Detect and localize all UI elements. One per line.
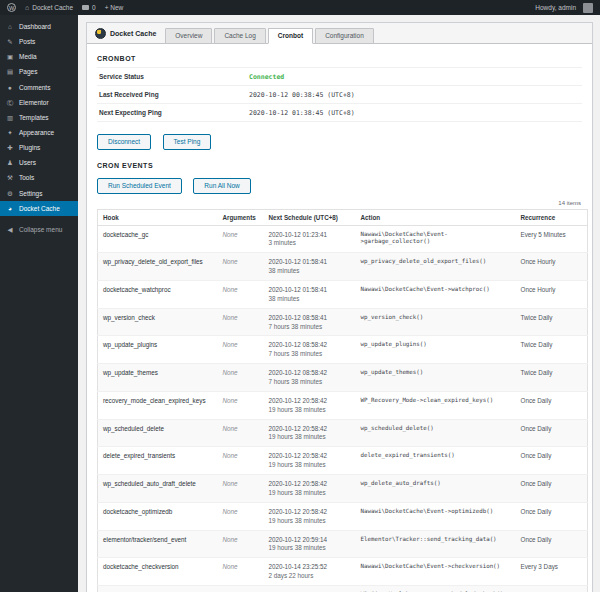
table-row: docketcache_optimizedb None 2020-10-12 2… — [98, 502, 588, 530]
hook-cell: wp_scheduled_delete — [98, 419, 218, 447]
sidebar-item-templates[interactable]: ▥ Templates — [0, 110, 78, 125]
table-row: docketcache_checkversion None 2020-10-14… — [98, 558, 588, 586]
sidebar-item-appearance[interactable]: ✦ Appearance — [0, 125, 78, 140]
sidebar-item-tools[interactable]: ⚒ Tools — [0, 170, 78, 185]
sidebar-item-label: Plugins — [19, 144, 40, 151]
table-row: wp_privacy_delete_old_export_files None … — [98, 253, 588, 281]
docket-cache-icon: ◕ — [6, 205, 14, 212]
cron-events-table: Hook Arguments Next Schedule (UTC+8) Act… — [97, 209, 588, 592]
recurrence-cell: Once Daily — [516, 530, 588, 558]
table-row: recovery_mode_clean_expired_keys None 20… — [98, 391, 588, 419]
tab-configuration[interactable]: Configuration — [315, 28, 374, 45]
sidebar-item-label: Docket Cache — [19, 205, 60, 212]
recurrence-cell: Once Daily — [516, 475, 588, 503]
comments-bubble-icon — [82, 5, 89, 10]
sidebar-item-dashboard[interactable]: ⌂ Dashboard — [0, 19, 78, 34]
sidebar-item-label: Pages — [19, 68, 37, 75]
tab-cache-log[interactable]: Cache Log — [214, 28, 265, 45]
service-status-row: Service Status Connected — [97, 68, 582, 86]
tab-cronbot[interactable]: Cronbot — [268, 28, 313, 45]
new-content-menu[interactable]: + New — [105, 4, 124, 11]
arguments-cell: None — [218, 419, 264, 447]
arguments-cell: None — [218, 585, 264, 592]
schedule-date: 2020-10-12 20:58:42 — [269, 397, 351, 405]
table-row: elementor/tracker/send_event None 2020-1… — [98, 530, 588, 558]
last-ping-row: Last Received Ping 2020-10-12 00:38:45 (… — [97, 86, 582, 104]
arguments-cell: None — [218, 502, 264, 530]
schedule-date: 2020-10-12 01:23:41 — [269, 231, 351, 239]
sidebar-item-settings[interactable]: ⚙ Settings — [0, 186, 78, 201]
sidebar-item-docket-cache[interactable]: ◕ Docket Cache — [0, 201, 78, 216]
tab-overview[interactable]: Overview — [165, 28, 212, 45]
docket-cache-logo — [95, 28, 106, 39]
sidebar-item-posts[interactable]: ✎ Posts — [0, 34, 78, 49]
schedule-relative: 7 hours 38 minutes — [269, 350, 351, 358]
recurrence-column-header: Recurrence — [516, 209, 588, 225]
sidebar-item-label: Dashboard — [19, 23, 51, 30]
posts-icon: ✎ — [6, 38, 14, 45]
action-cell: WP_Site_Health->wp_cron_scheduled_check(… — [356, 585, 516, 592]
schedule-date: 2020-10-12 20:58:42 — [269, 425, 351, 433]
templates-icon: ▥ — [6, 114, 14, 121]
sidebar-item-elementor[interactable]: Ⓔ Elementor — [0, 95, 78, 110]
sidebar-item-pages[interactable]: ▤ Pages — [0, 64, 78, 79]
sidebar-item-label: Tools — [19, 174, 34, 181]
schedule-date: 2020-10-14 23:25:52 — [269, 563, 351, 571]
cron-events-actions: Run Scheduled Event Run All Now — [97, 174, 582, 194]
test-ping-button[interactable]: Test Ping — [163, 134, 212, 150]
comments-menu[interactable]: 0 — [82, 4, 96, 11]
sidebar-item-users[interactable]: ♟ Users — [0, 155, 78, 170]
plugin-brand-name: Docket Cache — [110, 30, 156, 37]
schedule-date: 2020-10-12 08:58:41 — [269, 314, 351, 322]
arguments-cell: None — [218, 308, 264, 336]
plugins-icon: ✚ — [6, 144, 14, 151]
dashboard-icon: ⌂ — [6, 23, 14, 30]
account-menu[interactable]: Howdy, admin — [535, 3, 593, 13]
action-cell: Nawawi\DocketCache\Event->optimizedb() — [356, 502, 516, 530]
schedule-date: 2020-10-12 20:58:42 — [269, 452, 351, 460]
run-scheduled-event-button[interactable]: Run Scheduled Event — [97, 178, 182, 194]
collapse-icon: ◀ — [6, 226, 14, 233]
schedule-cell: 2020-10-18 20:58:44 6 days 19 hours — [264, 585, 356, 592]
schedule-relative: 7 hours 38 minutes — [269, 378, 351, 386]
users-icon: ♟ — [6, 159, 14, 166]
sidebar-item-comments[interactable]: ● Comments — [0, 80, 78, 95]
schedule-cell: 2020-10-12 08:58:42 7 hours 38 minutes — [264, 336, 356, 364]
appearance-icon: ✦ — [6, 129, 14, 136]
main-content: Docket Cache Overview Cache Log Cronbot … — [78, 15, 600, 592]
site-name-menu[interactable]: ⌂ Docket Cache — [25, 4, 73, 11]
sidebar-item-plugins[interactable]: ✚ Plugins — [0, 140, 78, 155]
schedule-date: 2020-10-12 20:58:42 — [269, 508, 351, 516]
action-cell: wp_privacy_delete_old_export_files() — [356, 253, 516, 281]
action-cell: wp_scheduled_delete() — [356, 419, 516, 447]
settings-icon: ⚙ — [6, 190, 14, 197]
table-header-row: Hook Arguments Next Schedule (UTC+8) Act… — [98, 209, 588, 225]
schedule-cell: 2020-10-12 20:58:42 19 hours 38 minutes — [264, 447, 356, 475]
schedule-cell: 2020-10-12 20:58:42 19 hours 38 minutes — [264, 502, 356, 530]
disconnect-button[interactable]: Disconnect — [97, 134, 151, 150]
action-cell: Elementor\Tracker::send_tracking_data() — [356, 530, 516, 558]
cron-events-table-body: docketcache_gc None 2020-10-12 01:23:41 … — [98, 225, 588, 592]
collapse-menu-button[interactable]: ◀ Collapse menu — [0, 222, 78, 237]
howdy-label: Howdy, admin — [535, 4, 576, 11]
table-row: wp_scheduled_delete None 2020-10-12 20:5… — [98, 419, 588, 447]
recurrence-cell: Every 3 Days — [516, 558, 588, 586]
recurrence-cell: Once Hourly — [516, 253, 588, 281]
schedule-relative: 19 hours 38 minutes — [269, 433, 351, 441]
action-cell: wp_delete_auto_drafts() — [356, 475, 516, 503]
home-icon: ⌂ — [25, 4, 29, 11]
recurrence-cell: Once Hourly — [516, 281, 588, 309]
next-ping-value: 2020-10-12 01:38:45 (UTC+8) — [249, 109, 355, 117]
hook-cell: elementor/tracker/send_event — [98, 530, 218, 558]
pages-icon: ▤ — [6, 68, 14, 75]
hook-cell: recovery_mode_clean_expired_keys — [98, 391, 218, 419]
run-all-now-button[interactable]: Run All Now — [193, 178, 250, 194]
docket-cache-panel: Docket Cache Overview Cache Log Cronbot … — [86, 22, 593, 592]
schedule-column-header: Next Schedule (UTC+8) — [264, 209, 356, 225]
schedule-relative: 19 hours 38 minutes — [269, 517, 351, 525]
wordpress-logo-menu[interactable]: W — [7, 3, 16, 12]
arguments-cell: None — [218, 281, 264, 309]
table-row: docketcache_watchproc None 2020-10-12 01… — [98, 281, 588, 309]
sidebar-item-media[interactable]: ▣ Media — [0, 49, 78, 64]
schedule-date: 2020-10-12 20:58:42 — [269, 480, 351, 488]
